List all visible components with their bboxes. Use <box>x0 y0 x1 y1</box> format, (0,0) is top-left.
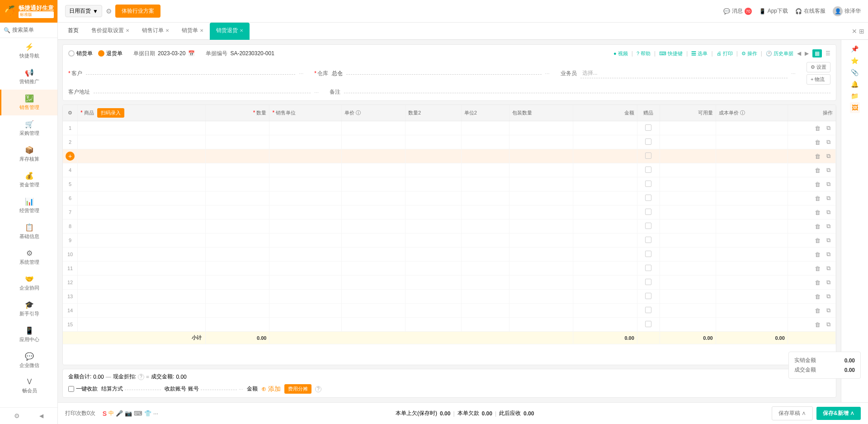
date-picker-icon[interactable]: 📅 <box>188 50 195 57</box>
sidebar-item-enterprise[interactable]: 🤝 企业协同 <box>0 270 57 296</box>
copy-row-11[interactable]: ⧉ <box>824 264 833 273</box>
cost-unit-price-cell-10[interactable] <box>716 248 788 262</box>
sales-unit-cell-15[interactable] <box>269 318 341 332</box>
unit-price-cell-3[interactable] <box>341 149 405 163</box>
available-cell-2[interactable] <box>660 135 716 149</box>
product-cell-8[interactable] <box>78 219 206 233</box>
pack-qty-cell-4[interactable] <box>509 163 573 177</box>
quantity-cell-1[interactable] <box>205 121 269 135</box>
cost-unit-price-cell-15[interactable] <box>716 318 788 332</box>
copy-row-9[interactable]: ⧉ <box>824 236 833 245</box>
unit-price-cell-9[interactable] <box>341 233 405 248</box>
cost-unit-price-cell-2[interactable] <box>716 135 788 149</box>
copy-row-12[interactable]: ⧉ <box>824 278 833 287</box>
copy-row-5[interactable]: ⧉ <box>824 180 833 189</box>
tab-home[interactable]: 首页 <box>61 23 85 40</box>
remark-input[interactable] <box>344 91 830 93</box>
quantity2-cell-13[interactable] <box>406 290 462 304</box>
copy-row-1[interactable]: ⧉ <box>824 124 833 133</box>
pack-qty-cell-9[interactable] <box>509 233 573 248</box>
docno-value[interactable]: SA-20230320-001 <box>230 50 274 57</box>
unit-price-cell-14[interactable] <box>341 304 405 318</box>
tabs-close-all-icon[interactable]: ✕ <box>852 28 857 35</box>
gift-cell-11[interactable] <box>637 262 660 276</box>
gift-checkbox-9[interactable] <box>645 237 651 243</box>
settings-side-btn[interactable]: ⚙ 设置 <box>807 62 830 72</box>
product-cell-11[interactable] <box>78 262 206 276</box>
one-click-payment-check[interactable] <box>68 386 74 392</box>
quantity2-cell-11[interactable] <box>406 262 462 276</box>
unit2-cell-9[interactable] <box>461 233 509 248</box>
copy-row-3[interactable]: ⧉ <box>824 152 833 161</box>
sidebar-collapse-icon[interactable]: ◀ <box>39 413 43 419</box>
product-cell-3[interactable] <box>78 149 206 163</box>
sidebar-item-basic-info[interactable]: 📋 基础信息 <box>0 219 57 244</box>
collection-input[interactable] <box>201 388 237 390</box>
copy-row-8[interactable]: ⧉ <box>824 222 833 231</box>
available-cell-8[interactable] <box>660 219 716 233</box>
add-row-button[interactable]: + <box>66 152 75 161</box>
available-cell-1[interactable] <box>660 121 716 135</box>
save-draft-button[interactable]: 保存草稿 ∧ <box>772 406 813 420</box>
next-btn[interactable]: ▶ <box>805 50 809 57</box>
col-settings[interactable]: ⚙ <box>63 105 78 121</box>
available-cell-5[interactable] <box>660 177 716 191</box>
sidebar-item-sales[interactable]: 💹 销售管理 <box>0 90 57 115</box>
delete-row-6[interactable]: 🗑 <box>813 194 822 203</box>
gift-cell-4[interactable] <box>637 163 660 177</box>
salesperson-more-icon[interactable]: ··· <box>791 70 796 76</box>
copy-row-14[interactable]: ⧉ <box>824 306 833 315</box>
unit2-cell-1[interactable] <box>461 121 509 135</box>
unit-price-cell-1[interactable] <box>341 121 405 135</box>
gift-cell-1[interactable] <box>637 121 660 135</box>
sales-unit-cell-13[interactable] <box>269 290 341 304</box>
amount-cell-3[interactable] <box>573 149 637 163</box>
one-click-payment-checkbox[interactable]: 一键收款 <box>68 385 98 393</box>
logistics-side-btn[interactable]: + 物流 <box>807 74 830 85</box>
product-cell-4[interactable] <box>78 163 206 177</box>
amount-cell-2[interactable] <box>573 135 637 149</box>
copy-row-2[interactable]: ⧉ <box>824 138 833 147</box>
sales-unit-cell-5[interactable] <box>269 177 341 191</box>
customer-more-icon[interactable]: ··· <box>299 70 303 76</box>
sidebar-item-operations[interactable]: 📊 经营管理 <box>0 193 57 219</box>
available-cell-6[interactable] <box>660 191 716 205</box>
delete-row-5[interactable]: 🗑 <box>813 180 822 189</box>
unit-price-cell-12[interactable] <box>341 276 405 290</box>
gift-checkbox-15[interactable] <box>645 321 651 327</box>
quantity-cell-14[interactable] <box>205 304 269 318</box>
unit2-cell-7[interactable] <box>461 205 509 219</box>
copy-row-13[interactable]: ⧉ <box>824 292 833 301</box>
quantity-cell-9[interactable] <box>205 233 269 248</box>
delete-row-11[interactable]: 🗑 <box>813 264 822 273</box>
gift-cell-9[interactable] <box>637 233 660 248</box>
side-panel-bell-icon[interactable]: 🔔 <box>849 79 860 90</box>
side-panel-image-icon[interactable]: 🖼 <box>850 102 860 113</box>
save-new-button[interactable]: 保存&新增 ∧ <box>816 407 861 420</box>
sidebar-item-inventory[interactable]: 📦 库存核算 <box>0 141 57 167</box>
gift-checkbox-3[interactable] <box>645 152 651 159</box>
sales-unit-cell-4[interactable] <box>269 163 341 177</box>
history-btn[interactable]: 🕐 历史单据 <box>766 50 793 57</box>
gift-checkbox-10[interactable] <box>645 251 651 257</box>
unit2-cell-5[interactable] <box>461 177 509 191</box>
radio-delivery[interactable]: 销货单 <box>68 50 93 57</box>
scan-input-button[interactable]: 扫码录入 <box>97 108 124 118</box>
product-cell-12[interactable] <box>78 276 206 290</box>
product-cell-10[interactable] <box>78 248 206 262</box>
gift-checkbox-5[interactable] <box>645 181 651 187</box>
amount-cell-13[interactable] <box>573 290 637 304</box>
quantity-cell-6[interactable] <box>205 191 269 205</box>
unit2-cell-10[interactable] <box>461 248 509 262</box>
gift-checkbox-12[interactable] <box>645 279 651 285</box>
delete-row-13[interactable]: 🗑 <box>813 292 822 301</box>
quantity2-cell-2[interactable] <box>406 135 462 149</box>
copy-row-4[interactable]: ⧉ <box>824 166 833 175</box>
cost-unit-price-cell-6[interactable] <box>716 191 788 205</box>
sidebar-item-purchase[interactable]: 🛒 采购管理 <box>0 115 57 141</box>
tab-price-settings-close[interactable]: ✕ <box>126 28 129 33</box>
sales-unit-cell-3[interactable] <box>269 149 341 163</box>
more-icon[interactable]: ··· <box>153 410 158 417</box>
quantity-cell-12[interactable] <box>205 276 269 290</box>
amount-cell-10[interactable] <box>573 248 637 262</box>
